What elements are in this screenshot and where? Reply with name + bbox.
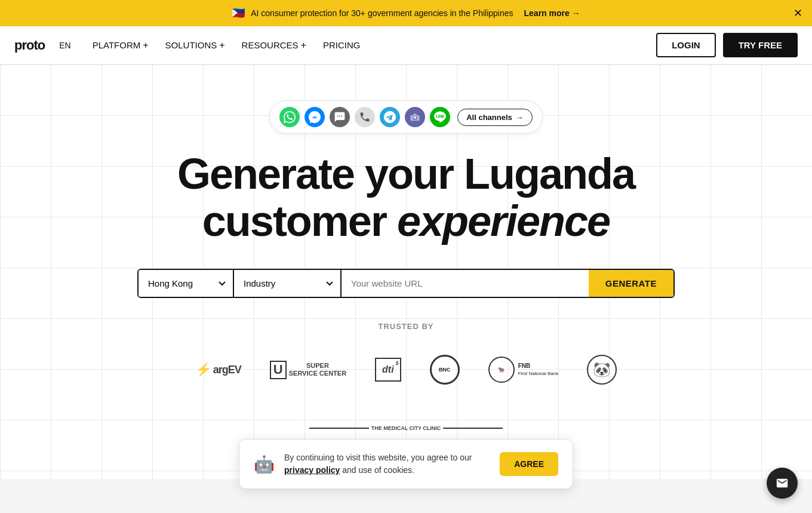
- lead-generation-form: Hong Kong Philippines Uganda Singapore N…: [137, 269, 675, 298]
- line-icon[interactable]: [430, 107, 450, 127]
- telegram-icon[interactable]: [380, 107, 400, 127]
- learn-more-link[interactable]: Learn more →: [524, 8, 580, 18]
- close-announcement-button[interactable]: ✕: [793, 7, 802, 20]
- agree-button[interactable]: AGREE: [500, 452, 558, 476]
- website-url-input[interactable]: [342, 270, 589, 297]
- nav-item-solutions[interactable]: SOLUTIONS +: [158, 35, 232, 56]
- messenger-icon[interactable]: [304, 107, 325, 127]
- all-channels-button[interactable]: All channels →: [457, 109, 533, 126]
- teams-icon[interactable]: [405, 107, 425, 127]
- logo[interactable]: proto: [14, 38, 45, 53]
- announcement-content: 🇵🇭 AI consumer protection for 30+ govern…: [232, 7, 580, 20]
- dti-logo: dti $: [375, 355, 401, 385]
- channel-icons-bar: All channels →: [269, 100, 543, 134]
- cookie-icon: 🤖: [254, 454, 275, 474]
- super-service-center-logo: U SUPERSERVICE CENTER: [270, 355, 346, 385]
- flag-icon: 🇵🇭: [232, 7, 245, 20]
- cookie-banner: 🤖 By continuing to visit this website, y…: [239, 439, 573, 479]
- svg-point-0: [414, 116, 416, 119]
- arrow-icon: →: [516, 113, 524, 122]
- announcement-bar: 🇵🇭 AI consumer protection for 30+ govern…: [0, 0, 812, 26]
- industry-select[interactable]: Industry Banking & Finance Healthcare Re…: [234, 270, 342, 297]
- nav-item-resources[interactable]: RESOURCES +: [235, 35, 313, 56]
- navbar: proto EN PLATFORM + SOLUTIONS + RESOURCE…: [0, 26, 812, 64]
- language-selector[interactable]: EN: [59, 41, 70, 50]
- phone-icon[interactable]: [355, 107, 375, 127]
- solutions-plus-icon: +: [219, 40, 224, 51]
- platform-plus-icon: +: [143, 40, 148, 51]
- generate-button[interactable]: GENERATE: [589, 270, 673, 297]
- hero-content: All channels → Generate your Luganda cus…: [0, 64, 812, 479]
- try-free-button[interactable]: TRY FREE: [723, 33, 798, 57]
- fnb-logo: 🐂 FNBFirst National Bank: [488, 355, 559, 385]
- sms-icon[interactable]: [330, 107, 350, 127]
- wwf-logo: 🐼: [587, 355, 617, 385]
- privacy-policy-link[interactable]: privacy policy: [284, 465, 340, 475]
- country-select[interactable]: Hong Kong Philippines Uganda Singapore N…: [139, 270, 234, 297]
- hero-headline: Generate your Luganda customer experienc…: [177, 150, 635, 245]
- announcement-text: AI consumer protection for 30+ governmen…: [251, 8, 513, 18]
- nav-item-pricing[interactable]: PRICING: [316, 35, 368, 55]
- chargev-logo: ⚡argEV: [195, 355, 241, 385]
- resources-plus-icon: +: [301, 40, 306, 51]
- cookie-text: By continuing to visit this website, you…: [284, 451, 490, 477]
- whatsapp-icon[interactable]: [279, 107, 300, 127]
- nav-items: PLATFORM + SOLUTIONS + RESOURCES + PRICI…: [85, 35, 656, 56]
- nav-actions: LOGIN TRY FREE: [656, 33, 798, 57]
- login-button[interactable]: LOGIN: [656, 33, 716, 57]
- trusted-by-label: TRUSTED BY: [92, 322, 720, 331]
- nav-item-platform[interactable]: PLATFORM +: [85, 35, 156, 56]
- bnc-logo: BNC: [430, 355, 460, 385]
- main-section: All channels → Generate your Luganda cus…: [0, 64, 812, 479]
- trusted-section: TRUSTED BY ⚡argEV U SUPERSERVICE CENTER: [78, 322, 734, 455]
